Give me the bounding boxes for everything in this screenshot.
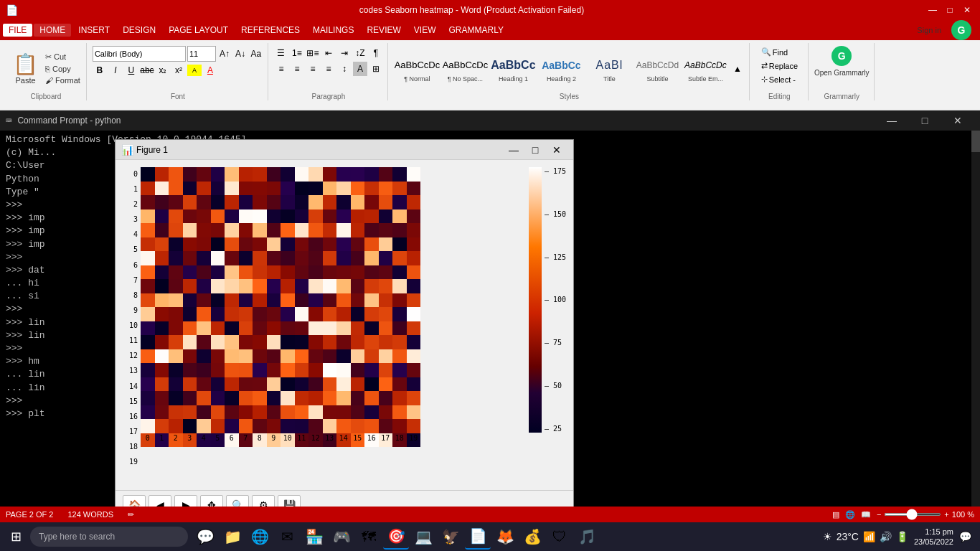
taskbar-app-game[interactable]: 🎮	[329, 524, 354, 550]
menu-file[interactable]: FILE	[3, 24, 32, 37]
select-button[interactable]: ⊹ Select -	[758, 73, 798, 85]
menu-references[interactable]: REFERENCES	[235, 24, 306, 37]
font-name-input[interactable]	[93, 46, 186, 62]
change-case-button[interactable]: Aa	[249, 47, 263, 61]
increase-indent-button[interactable]: ⇥	[337, 46, 352, 60]
font-color-button[interactable]: A	[203, 63, 217, 77]
italic-button[interactable]: I	[108, 63, 123, 77]
maximize-button[interactable]: □	[943, 4, 957, 16]
font-shrink-button[interactable]: A↓	[233, 47, 248, 61]
style-title-button[interactable]: AaBl Title	[586, 51, 633, 87]
bullet-list-button[interactable]: ☰	[274, 46, 288, 60]
zoom-slider[interactable]	[884, 513, 941, 516]
signin-button[interactable]: Sign in	[913, 24, 946, 36]
align-center-button[interactable]: ≡	[290, 62, 304, 76]
replace-button[interactable]: ⇄ Replace	[758, 60, 801, 72]
figure-close-button[interactable]: ✕	[546, 141, 567, 159]
menu-home[interactable]: HOME	[34, 24, 71, 37]
cmd-scrollbar-thumb[interactable]	[971, 131, 980, 152]
align-right-button[interactable]: ≡	[306, 62, 320, 76]
taskbar-app-firefox[interactable]: 🦊	[492, 524, 518, 550]
paste-button[interactable]: 📋 Paste	[10, 51, 41, 86]
decrease-indent-button[interactable]: ⇤	[321, 46, 336, 60]
cmd-maximize-button[interactable]: □	[908, 110, 941, 131]
taskbar-app-maps[interactable]: 🗺	[356, 524, 382, 550]
grammarly-ribbon-badge[interactable]: G	[831, 46, 852, 66]
menu-grammarly[interactable]: GRAMMARLY	[443, 24, 509, 37]
subscript-button[interactable]: x₂	[156, 63, 170, 77]
menu-insert[interactable]: INSERT	[72, 24, 116, 37]
layout-icon[interactable]: ▤	[832, 510, 839, 519]
menu-page-layout[interactable]: PAGE LAYOUT	[163, 24, 234, 37]
shading-button[interactable]: A	[353, 62, 367, 76]
menu-view[interactable]: VIEW	[408, 24, 442, 37]
taskbar-app-music[interactable]: 🎵	[574, 524, 600, 550]
zoom-minus[interactable]: −	[877, 510, 881, 519]
taskbar-app-mail[interactable]: ✉	[274, 524, 300, 550]
taskbar-app-store[interactable]: 🏪	[301, 524, 327, 550]
align-left-button[interactable]: ≡	[274, 62, 288, 76]
numbered-list-button[interactable]: 1≡	[290, 46, 304, 60]
weather-icon[interactable]: ☀	[823, 531, 832, 542]
line-spacing-button[interactable]: ↕	[337, 62, 352, 76]
heatmap-cell	[281, 293, 295, 308]
style-heading1-button[interactable]: AaBbCc Heading 1	[490, 51, 537, 87]
underline-button[interactable]: U	[124, 63, 138, 77]
show-formatting-button[interactable]: ¶	[369, 46, 383, 60]
find-button[interactable]: 🔍 Find	[758, 46, 791, 58]
font-size-input[interactable]	[187, 46, 216, 62]
grammarly-badge[interactable]: G	[951, 20, 971, 40]
taskbar-search-input[interactable]	[30, 527, 188, 547]
y-axis-label: 14	[129, 380, 138, 393]
justify-button[interactable]: ≡	[321, 62, 336, 76]
menu-review[interactable]: REVIEW	[361, 24, 406, 37]
sort-button[interactable]: ↕Z	[353, 46, 367, 60]
multilevel-list-button[interactable]: ⊞≡	[306, 46, 320, 60]
copy-button[interactable]: ⎘ Copy	[44, 64, 82, 74]
format-painter-button[interactable]: 🖌 Format	[44, 75, 82, 85]
heatmap-cell	[336, 209, 351, 224]
cmd-close-button[interactable]: ✕	[941, 110, 974, 131]
zoom-plus[interactable]: +	[944, 510, 948, 519]
taskbar-app-edge[interactable]: 🌐	[247, 524, 273, 550]
close-button[interactable]: ✕	[960, 4, 974, 16]
font-grow-button[interactable]: A↑	[217, 47, 232, 61]
cut-button[interactable]: ✂ Cut	[44, 52, 82, 62]
cmd-minimize-button[interactable]: —	[875, 110, 908, 131]
minimize-button[interactable]: —	[925, 4, 940, 16]
style-subtitle-button[interactable]: AaBbCcDd Subtitle	[634, 51, 681, 87]
web-icon[interactable]: 🌐	[845, 510, 855, 519]
battery-icon[interactable]: 🔋	[896, 531, 908, 542]
notifications-icon[interactable]: 💬	[959, 531, 971, 542]
styles-scroll-up[interactable]: ▲	[730, 60, 745, 77]
volume-icon[interactable]: 🔊	[880, 531, 892, 542]
heatmap-cell	[141, 237, 155, 252]
taskbar-time[interactable]: 1:15 pm 23/05/2022	[914, 527, 953, 547]
taskbar-app-pc[interactable]: 💻	[410, 524, 436, 550]
style-heading2-button[interactable]: AaBbCc Heading 2	[538, 51, 585, 87]
taskbar-app-falcon[interactable]: 🦅	[438, 524, 463, 550]
strikethrough-button[interactable]: abc	[140, 63, 154, 77]
read-icon[interactable]: 📖	[861, 510, 871, 519]
bold-button[interactable]: B	[93, 63, 107, 77]
taskbar-app-chat[interactable]: 💬	[192, 524, 218, 550]
menu-mailings[interactable]: MAILINGS	[307, 24, 359, 37]
menu-design[interactable]: DESIGN	[117, 24, 161, 37]
cmd-scrollbar[interactable]	[971, 131, 980, 512]
superscript-button[interactable]: x²	[171, 63, 186, 77]
style-subtle-em-button[interactable]: AaBbCcDc Subtle Em...	[682, 51, 729, 87]
figure-minimize-button[interactable]: —	[503, 141, 524, 159]
open-grammarly-button[interactable]: Open Grammarly	[814, 69, 870, 77]
taskbar-app-shield[interactable]: 🛡	[547, 524, 573, 550]
highlight-button[interactable]: A	[187, 65, 202, 76]
taskbar-app-finance[interactable]: 💰	[519, 524, 545, 550]
taskbar-app-target[interactable]: 🎯	[383, 524, 409, 550]
style-nospace-button[interactable]: AaBbCcDc ¶ No Spac...	[442, 51, 489, 87]
style-normal-button[interactable]: AaBbCcDc ¶ Normal	[394, 51, 440, 87]
borders-button[interactable]: ⊞	[369, 62, 383, 76]
taskbar-app-files[interactable]: 📁	[220, 524, 245, 550]
start-button[interactable]: ⊞	[3, 524, 29, 550]
network-icon[interactable]: 📶	[863, 531, 875, 542]
figure-maximize-button[interactable]: □	[524, 141, 546, 159]
taskbar-app-word[interactable]: 📄	[465, 524, 491, 550]
